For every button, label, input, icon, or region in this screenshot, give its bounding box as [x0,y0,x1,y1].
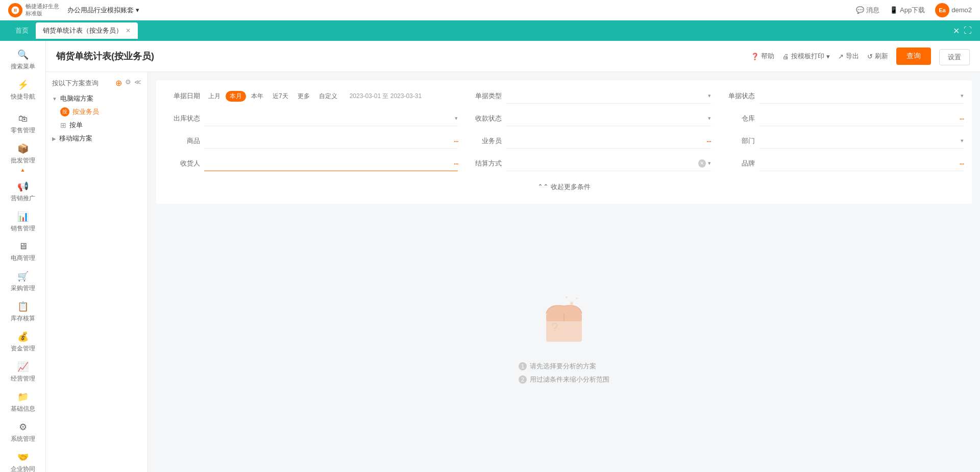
export-button[interactable]: ↗ 导出 [838,52,859,61]
salesman-dots[interactable]: ··· [706,136,711,146]
minimize-button[interactable]: ✕ [953,26,960,36]
date-more[interactable]: 更多 [293,91,314,102]
settlement-input[interactable] [506,159,698,167]
consignee-input[interactable] [204,159,453,167]
date-7days[interactable]: 近7天 [268,91,292,102]
tab-sales-stat[interactable]: 销货单统计表（按业务员） ✕ [36,22,138,39]
tree-node-mobile[interactable]: ▶ 移动端方案 [46,132,148,145]
dept-label: 部门 [719,136,755,146]
consignee-label: 收货人 [164,159,200,168]
settlement-chevron[interactable]: ▾ [708,160,711,167]
tree-node-by-salesman[interactable]: 按 按业务员 [46,105,148,119]
settlement-clear[interactable]: ✕ [698,159,706,168]
app-selector[interactable]: 办公用品行业模拟账套 ▾ [67,6,139,15]
goods-field[interactable]: ··· [204,133,458,149]
user-menu[interactable]: Ea demo2 [935,3,972,17]
empty-tip-2: 2 用过滤条件来缩小分析范围 [519,373,609,386]
collapse-row[interactable]: ⌃⌃ 收起更多条件 [164,178,964,196]
brand-dots[interactable]: ··· [959,159,964,168]
recv-status-field[interactable]: ▾ [506,111,710,126]
sidebar-item-retail[interactable]: 🛍 零售管理 [0,109,45,139]
dept-field[interactable]: ▾ [759,133,964,149]
bill-type-chevron[interactable]: ▾ [708,92,711,99]
sidebar-item-inventory[interactable]: 📋 库存核算 [0,297,45,327]
out-status-input[interactable] [204,114,455,122]
sidebar-item-enterprise[interactable]: 🤝 企业协同 [0,447,45,472]
date-custom[interactable]: 自定义 [315,91,341,102]
warehouse-input[interactable] [759,114,959,122]
help-button[interactable]: ❓ 帮助 [751,52,774,61]
salesman-field[interactable]: ··· [506,133,710,149]
date-this-month[interactable]: 本月 [226,91,246,102]
bill-status-field[interactable]: ▾ [759,88,964,104]
tree-node-by-bill[interactable]: ⊞ 按单 [46,119,148,132]
add-scheme-icon[interactable]: ⊕ [115,78,122,88]
maximize-button[interactable]: ⛶ [964,26,972,35]
bill-type-input[interactable] [506,92,707,100]
query-button[interactable]: 查询 [896,48,931,65]
arrow-down-icon: ▼ [52,96,57,102]
bill-status-chevron[interactable]: ▾ [961,92,964,99]
sidebar-item-marketing[interactable]: 📢 营销推广 [0,177,45,207]
print-icon: 🖨 [782,53,789,60]
left-panel-title: 按以下方案查询 [52,79,99,88]
recv-status-input[interactable] [506,114,707,122]
tab-close-button[interactable]: ✕ [126,27,131,34]
settlement-field[interactable]: ✕ ▾ [506,156,710,171]
settings-button[interactable]: 设置 [939,49,970,65]
enterprise-icon: 🤝 [17,452,29,463]
logo-text: 畅捷通好生意 标准版 [26,3,59,16]
sidebar-item-purchase[interactable]: 🛒 采购管理 [0,267,45,297]
warehouse-dots[interactable]: ··· [959,114,964,123]
brand-field[interactable]: ··· [759,156,964,171]
refresh-button[interactable]: ↺ 刷新 [867,52,888,61]
consignee-dots[interactable]: ··· [453,159,458,168]
left-panel: 按以下方案查询 ⊕ ⚙ ≪ ▼ 电脑端方案 按 按业务员 [46,72,148,472]
goods-input[interactable] [204,137,453,145]
bill-status-input[interactable] [759,92,961,100]
help-icon: ❓ [751,53,759,60]
quick-nav-icon: ⚡ [17,79,29,90]
tree-node-pc[interactable]: ▼ 电脑端方案 [46,92,148,105]
salesman-input[interactable] [506,137,706,145]
dept-chevron[interactable]: ▾ [961,137,964,144]
out-status-chevron[interactable]: ▾ [455,115,458,122]
brand-input[interactable] [759,159,959,167]
svg-point-3 [570,302,573,305]
page-header: 销货单统计表(按业务员) ❓ 帮助 🖨 按模板打印 ▾ ↗ 导出 ↺ 刷新 [46,41,980,72]
avatar: Ea [935,3,949,17]
left-panel-header: 按以下方案查询 ⊕ ⚙ ≪ [46,78,148,92]
goods-dots[interactable]: ··· [453,136,458,146]
sidebar-item-system[interactable]: ⚙ 系统管理 [0,417,45,447]
out-status-field[interactable]: ▾ [204,111,458,126]
edit-scheme-icon[interactable]: ⚙ [125,78,131,88]
basic-icon: 📁 [17,391,29,403]
bill-type-field[interactable]: ▾ [506,88,710,104]
print-button[interactable]: 🖨 按模板打印 ▾ [782,52,830,61]
sidebar-item-wholesale[interactable]: 📦 批发管理 ▲ [0,139,45,177]
export-icon: ↗ [838,53,844,60]
sidebar-item-search[interactable]: 🔍 搜索菜单 [0,45,45,75]
system-icon: ⚙ [19,421,27,433]
recv-status-chevron[interactable]: ▾ [708,115,711,122]
tab-home[interactable]: 首页 [8,22,36,39]
app-download-btn[interactable]: 📱 App下载 [890,6,925,15]
sidebar-item-operations[interactable]: 📈 经营管理 [0,357,45,387]
recv-status-label: 收款状态 [466,114,502,123]
date-last-month[interactable]: 上月 [204,91,225,102]
tip-num-2: 2 [519,375,527,384]
message-btn[interactable]: 💬 消息 [856,6,879,15]
consignee-field[interactable]: ··· [204,156,458,171]
warehouse-field[interactable]: ··· [759,111,964,126]
topbar-left: 畅捷通好生意 标准版 办公用品行业模拟账套 ▾ [8,3,139,17]
date-this-year[interactable]: 本年 [247,91,267,102]
sidebar-item-quick-nav[interactable]: ⚡ 快捷导航 [0,75,45,105]
filter-section: 单据日期 上月 本月 本年 近7天 更多 自定义 2023-03-01 至 20… [156,80,972,204]
sidebar-item-sales[interactable]: 📊 销售管理 [0,207,45,237]
sidebar-item-finance[interactable]: 💰 资金管理 [0,327,45,357]
bill-status-label: 单据状态 [719,91,755,101]
sidebar-item-ecommerce[interactable]: 🖥 电商管理 [0,237,45,267]
dept-input[interactable] [759,137,961,145]
collapse-panel-icon[interactable]: ≪ [134,78,141,88]
sidebar-item-basic[interactable]: 📁 基础信息 [0,387,45,417]
